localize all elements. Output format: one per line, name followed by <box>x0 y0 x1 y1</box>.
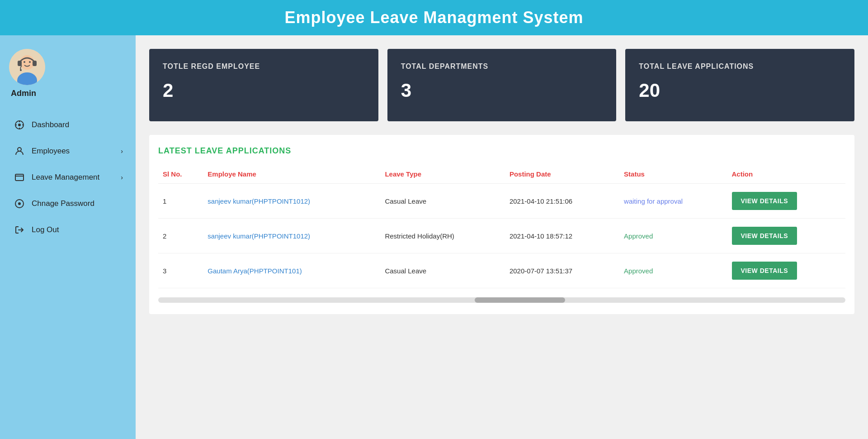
admin-profile: Admin <box>9 49 127 98</box>
horizontal-scrollbar[interactable] <box>158 297 845 303</box>
employees-icon <box>13 144 26 158</box>
svg-rect-4 <box>33 61 37 66</box>
col-header-posting-date: Posting Date <box>505 165 619 184</box>
logout-label: Log Out <box>32 225 59 234</box>
sidebar-item-employees[interactable]: Employees › <box>9 138 127 164</box>
sidebar-item-leave-management[interactable]: Leave Management › <box>9 164 127 191</box>
sidebar-item-dashboard[interactable]: Dashboard <box>9 112 127 138</box>
header-title: Employee Leave Managment System <box>284 8 583 27</box>
cell-sl-no: 1 <box>158 184 203 219</box>
dashboard-icon <box>13 118 26 132</box>
col-header-action: Action <box>727 165 845 184</box>
main-layout: Admin Dashboard <box>0 35 868 439</box>
table-section: LATEST LEAVE APPLICATIONS Sl No. Employe… <box>149 135 854 314</box>
view-details-button[interactable]: VIEW DETAILS <box>732 262 797 280</box>
col-header-sl-no: Sl No. <box>158 165 203 184</box>
leave-applications-table: Sl No. Employe Name Leave Type Posting D… <box>158 165 845 288</box>
svg-rect-15 <box>15 174 24 181</box>
stat-value-leave-applications: 20 <box>639 80 841 101</box>
stat-title-departments: TOTAL DEPARTMENTS <box>401 62 603 71</box>
nav-menu: Dashboard Employees › <box>9 112 127 243</box>
employees-label: Employees <box>32 147 70 156</box>
stat-card-leave-applications: TOTAL LEAVE APPLICATIONS 20 <box>625 49 854 121</box>
cell-leave-type: Casual Leave <box>380 253 505 288</box>
avatar <box>9 49 45 85</box>
stat-card-departments: TOTAL DEPARTMENTS 3 <box>387 49 617 121</box>
stats-row: TOTLE REGD EMPLOYEE 2 TOTAL DEPARTMENTS … <box>149 49 854 121</box>
change-password-label: Chnage Password <box>32 199 94 208</box>
employees-arrow: › <box>121 148 123 155</box>
sidebar-item-change-password[interactable]: Chnage Password <box>9 191 127 217</box>
sidebar-item-logout[interactable]: Log Out <box>9 217 127 243</box>
cell-status: Approved <box>619 219 727 253</box>
view-details-button[interactable]: VIEW DETAILS <box>732 227 797 245</box>
table-row: 2 sanjeev kumar(PHPTPOINT1012) Restricte… <box>158 219 845 253</box>
col-header-status: Status <box>619 165 727 184</box>
view-details-button[interactable]: VIEW DETAILS <box>732 192 797 210</box>
svg-point-18 <box>18 202 21 205</box>
cell-leave-type: Restricted Holiday(RH) <box>380 219 505 253</box>
svg-rect-3 <box>18 61 22 66</box>
avatar-image <box>9 49 45 85</box>
svg-point-9 <box>18 124 21 126</box>
cell-employee-name[interactable]: sanjeev kumar(PHPTPOINT1012) <box>203 219 380 253</box>
cell-action[interactable]: VIEW DETAILS <box>727 184 845 219</box>
sidebar: Admin Dashboard <box>0 35 136 439</box>
scroll-thumb[interactable] <box>475 297 565 303</box>
stat-value-employees: 2 <box>163 80 365 101</box>
cell-sl-no: 3 <box>158 253 203 288</box>
svg-point-14 <box>18 148 21 151</box>
cell-posting-date: 2021-04-10 21:51:06 <box>505 184 619 219</box>
main-content: TOTLE REGD EMPLOYEE 2 TOTAL DEPARTMENTS … <box>136 35 868 439</box>
cell-sl-no: 2 <box>158 219 203 253</box>
svg-point-6 <box>24 61 25 63</box>
cell-action[interactable]: VIEW DETAILS <box>727 219 845 253</box>
cell-leave-type: Casual Leave <box>380 184 505 219</box>
leave-management-icon <box>13 171 26 184</box>
cell-status: waiting for approval <box>619 184 727 219</box>
change-password-icon <box>13 197 26 210</box>
stat-title-leave-applications: TOTAL LEAVE APPLICATIONS <box>639 62 841 71</box>
admin-name-label: Admin <box>11 89 36 98</box>
leave-management-arrow: › <box>121 174 123 181</box>
cell-employee-name[interactable]: sanjeev kumar(PHPTPOINT1012) <box>203 184 380 219</box>
cell-posting-date: 2020-07-07 13:51:37 <box>505 253 619 288</box>
cell-action[interactable]: VIEW DETAILS <box>727 253 845 288</box>
leave-management-label: Leave Management <box>32 173 99 182</box>
cell-posting-date: 2021-04-10 18:57:12 <box>505 219 619 253</box>
stat-title-employees: TOTLE REGD EMPLOYEE <box>163 62 365 71</box>
table-section-title: LATEST LEAVE APPLICATIONS <box>158 146 845 156</box>
stat-value-departments: 3 <box>401 80 603 101</box>
stat-card-employees: TOTLE REGD EMPLOYEE 2 <box>149 49 378 121</box>
col-header-leave-type: Leave Type <box>380 165 505 184</box>
svg-point-7 <box>29 61 31 63</box>
col-header-employee-name: Employe Name <box>203 165 380 184</box>
dashboard-label: Dashboard <box>32 120 69 129</box>
logout-icon <box>13 223 26 237</box>
table-header-row: Sl No. Employe Name Leave Type Posting D… <box>158 165 845 184</box>
table-row: 1 sanjeev kumar(PHPTPOINT1012) Casual Le… <box>158 184 845 219</box>
svg-point-5 <box>20 69 22 71</box>
cell-employee-name[interactable]: Gautam Arya(PHPTPOINT101) <box>203 253 380 288</box>
page-header: Employee Leave Managment System <box>0 0 868 35</box>
cell-status: Approved <box>619 253 727 288</box>
table-row: 3 Gautam Arya(PHPTPOINT101) Casual Leave… <box>158 253 845 288</box>
